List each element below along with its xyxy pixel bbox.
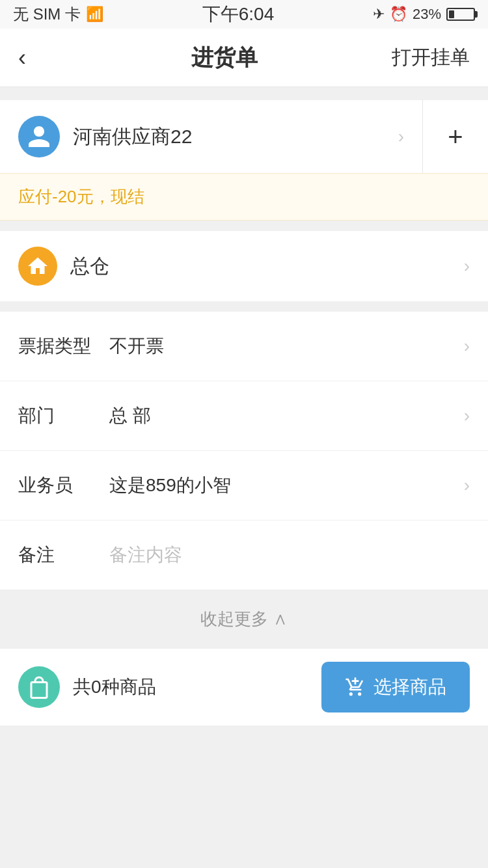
wifi-icon: 📶 (86, 6, 103, 23)
product-count-label: 共0种商品 (73, 675, 308, 699)
product-icon-circle (18, 666, 60, 708)
alarm-icon: ⏰ (390, 6, 407, 23)
dept-chevron-icon: › (464, 405, 470, 426)
form-section: 票据类型 不开票 › 部门 总 部 › 业务员 这是859的小智 › 备注 备注… (0, 312, 488, 590)
divider-top (0, 87, 488, 100)
warehouse-name: 总仓 (70, 253, 464, 280)
salesperson-row[interactable]: 业务员 这是859的小智 › (0, 451, 488, 521)
remark-value: 备注内容 (109, 543, 470, 567)
collapse-label: 收起更多 ∧ (200, 608, 287, 631)
bottom-area (0, 726, 488, 868)
sales-value: 这是859的小智 (109, 473, 464, 498)
invoice-type-row[interactable]: 票据类型 不开票 › (0, 312, 488, 381)
warehouse-selector[interactable]: 总仓 › (0, 231, 488, 301)
warehouse-chevron-icon: › (464, 256, 470, 277)
invoice-label: 票据类型 (18, 334, 109, 359)
select-product-icon (345, 677, 366, 698)
status-bar-right: ✈ ⏰ 23% (373, 6, 475, 23)
sales-chevron-icon: › (464, 475, 470, 496)
select-product-button[interactable]: 选择商品 (321, 662, 470, 712)
product-footer: 共0种商品 选择商品 (0, 649, 488, 726)
select-product-label: 选择商品 (373, 675, 446, 699)
chevron-right-icon: › (398, 126, 404, 147)
status-bar: 无 SIM 卡 📶 下午6:04 ✈ ⏰ 23% (0, 0, 488, 29)
invoice-value: 不开票 (109, 334, 464, 359)
location-icon: ✈ (373, 6, 385, 23)
notice-banner: 应付-20元，现结 (0, 173, 488, 221)
battery-fill (449, 10, 454, 18)
status-bar-time: 下午6:04 (202, 2, 275, 27)
invoice-chevron-icon: › (464, 336, 470, 357)
remark-row[interactable]: 备注 备注内容 (0, 521, 488, 590)
page-title: 进货单 (191, 43, 258, 73)
notice-text: 应付-20元，现结 (18, 187, 144, 206)
person-icon (26, 124, 52, 150)
battery-bar (446, 8, 475, 21)
divider-mid (0, 221, 488, 231)
supplier-name: 河南供应商22 (73, 124, 398, 150)
dept-value: 总 部 (109, 403, 464, 428)
supplier-add-button[interactable]: + (423, 100, 488, 173)
dept-label: 部门 (18, 403, 109, 428)
supplier-section: 河南供应商22 › + (0, 100, 488, 173)
shopping-bag-icon (27, 675, 51, 699)
sales-label: 业务员 (18, 473, 109, 498)
battery-percent: 23% (413, 6, 441, 23)
add-icon: + (448, 122, 463, 152)
open-pending-button[interactable]: 打开挂单 (392, 44, 470, 71)
back-button[interactable]: ‹ (18, 44, 57, 72)
collapse-section[interactable]: 收起更多 ∧ (0, 590, 488, 649)
nav-bar: ‹ 进货单 打开挂单 (0, 29, 488, 87)
supplier-avatar (18, 116, 60, 157)
home-icon (26, 254, 49, 278)
status-bar-left: 无 SIM 卡 📶 (13, 4, 103, 25)
carrier-label: 无 SIM 卡 (13, 4, 81, 25)
department-row[interactable]: 部门 总 部 › (0, 381, 488, 451)
warehouse-icon-circle (18, 247, 57, 286)
remark-label: 备注 (18, 543, 109, 567)
supplier-selector[interactable]: 河南供应商22 › (0, 100, 423, 173)
